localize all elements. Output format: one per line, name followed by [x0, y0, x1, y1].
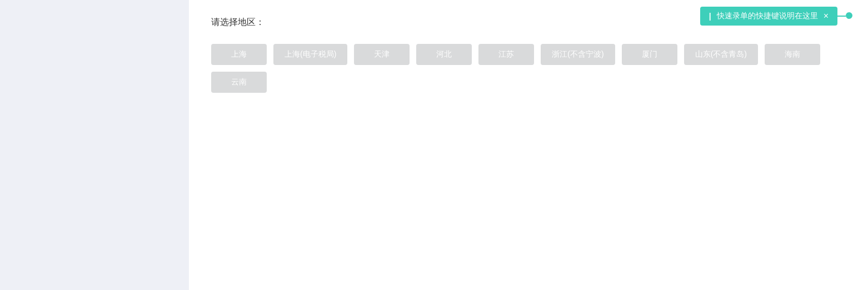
region-button-shanghai-etax[interactable]: 上海(电子税局) — [273, 44, 347, 65]
tooltip-connector-line — [836, 16, 846, 17]
region-buttons-container: 上海上海(电子税局)天津河北江苏浙江(不含宁波)厦门山东(不含青岛)海南云南 — [211, 44, 846, 93]
region-button-xiamen[interactable]: 厦门 — [622, 44, 677, 65]
left-sidebar — [0, 0, 189, 290]
tooltip-close-button[interactable]: × — [824, 12, 829, 21]
tooltip-indicator-dot — [846, 12, 852, 19]
region-button-yunnan[interactable]: 云南 — [211, 72, 267, 93]
region-button-jiangsu[interactable]: 江苏 — [478, 44, 534, 65]
main-content: 请选择地区： 上海上海(电子税局)天津河北江苏浙江(不含宁波)厦门山东(不含青岛… — [189, 0, 868, 290]
region-button-hainan[interactable]: 海南 — [765, 44, 820, 65]
tooltip-text: 快速录单的快捷键说明在这里 — [717, 11, 818, 21]
region-button-tianjin[interactable]: 天津 — [354, 44, 410, 65]
tooltip-bar: 快速录单的快捷键说明在这里 × — [700, 7, 837, 26]
region-button-shandong[interactable]: 山东(不含青岛) — [684, 44, 758, 65]
region-button-hebei[interactable]: 河北 — [416, 44, 472, 65]
region-button-zhejiang[interactable]: 浙江(不含宁波) — [541, 44, 615, 65]
region-button-shanghai[interactable]: 上海 — [211, 44, 267, 65]
